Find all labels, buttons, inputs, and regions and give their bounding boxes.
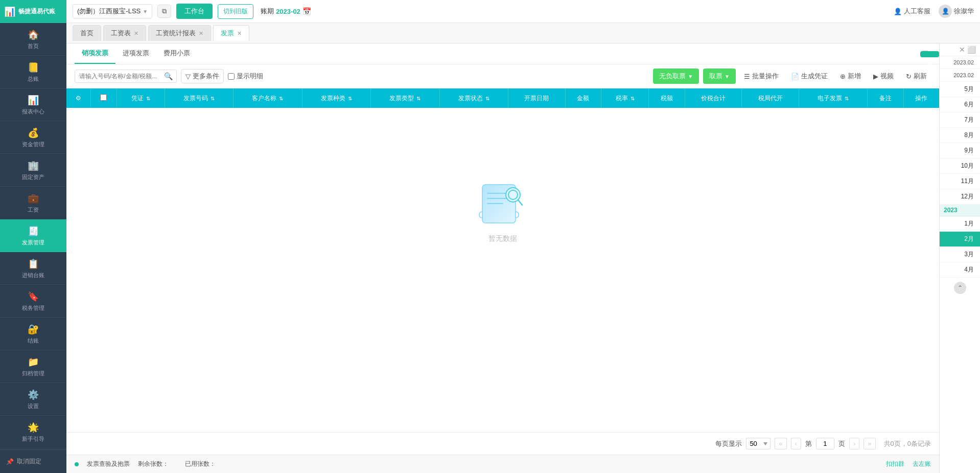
col-tax: 税额 <box>649 88 685 108</box>
select-all-checkbox[interactable] <box>100 94 107 101</box>
sidebar-item-assets[interactable]: 🏢 固定资产 <box>0 154 66 187</box>
prev-page-button[interactable]: ‹ <box>791 438 801 449</box>
sidebar-item-label: 资金管理 <box>22 141 44 148</box>
switch-version-button[interactable]: 切到旧版 <box>218 4 253 19</box>
sidebar-item-closing[interactable]: 🔐 结账 <box>0 318 66 350</box>
sidebar-item-archive[interactable]: 📁 归档管理 <box>0 350 66 383</box>
workbench-button[interactable]: 工作台 <box>176 4 213 19</box>
company-selector[interactable]: (勿删）江西服宝-LSS ▼ <box>73 4 152 18</box>
go-left-link[interactable]: 去左账 <box>913 460 931 468</box>
tab-salary-close[interactable]: ✕ <box>134 30 138 37</box>
tab-salary-stats[interactable]: 工资统计报表 ✕ <box>148 25 211 41</box>
tab-invoice-close[interactable]: ✕ <box>237 30 242 37</box>
date-month-item-8[interactable]: 8月 <box>940 128 980 143</box>
gen-voucher-action[interactable]: 📄 生成凭证 <box>787 70 832 83</box>
sidebar-item-settings[interactable]: ⚙️ 设置 <box>0 383 66 416</box>
date-month-item-6[interactable]: 6月 <box>940 97 980 112</box>
tab-salary[interactable]: 工资表 ✕ <box>103 25 146 41</box>
last-page-button[interactable]: » <box>864 438 875 449</box>
next-page-button[interactable]: › <box>849 438 859 449</box>
sidebar-item-ledger[interactable]: 📒 总账 <box>0 56 66 88</box>
copy-button[interactable]: ⧉ <box>157 5 171 18</box>
date-month-item-2[interactable]: 2月 <box>940 232 980 247</box>
date-panel-header: ✕ ⬜ <box>940 43 980 56</box>
date-section-header-2023: 2023 <box>940 205 980 216</box>
calendar-icon[interactable]: 📅 <box>302 7 311 15</box>
new-action[interactable]: ⊕ 新增 <box>836 70 865 83</box>
sidebar-item-label: 发票管理 <box>22 239 44 246</box>
video-icon: ▶ <box>873 73 878 80</box>
show-detail-input[interactable] <box>228 73 235 80</box>
date-month-item-12[interactable]: 12月 <box>940 189 980 205</box>
tab-salary-stats-close[interactable]: ✕ <box>199 30 203 37</box>
page-input[interactable] <box>816 438 834 449</box>
join-group-link[interactable]: 扣扣群 <box>886 460 904 468</box>
video-action[interactable]: ▶ 视频 <box>869 70 898 83</box>
date-month-item-9[interactable]: 9月 <box>940 143 980 159</box>
sidebar-item-label: 工资 <box>28 206 39 214</box>
sidebar-item-funds[interactable]: 💰 资金管理 <box>0 121 66 154</box>
gen-voucher-label: 生成凭证 <box>801 72 828 81</box>
sidebar-item-guide[interactable]: 🌟 新手引导 <box>0 416 66 448</box>
date-panel-collapse-button[interactable]: ⌃ <box>954 282 966 294</box>
customer-service[interactable]: 👤 人工客服 <box>894 7 930 16</box>
service-label: 人工客服 <box>904 7 930 16</box>
topbar: (勿删）江西服宝-LSS ▼ ⧉ 工作台 切到旧版 账期 2023-02 📅 👤… <box>66 0 980 23</box>
col-invoice-type: 发票种类 ⇅ <box>302 88 371 108</box>
col-settings[interactable]: ⚙ <box>66 88 90 108</box>
no-ticket-button[interactable]: 无负取票 ▼ <box>653 69 699 84</box>
sidebar-item-tax[interactable]: 🔖 税务管理 <box>0 285 66 318</box>
user-menu[interactable]: 👤 徐溆华 <box>939 5 974 18</box>
no-ticket-label: 无负取票 <box>659 72 686 81</box>
pin-toggle[interactable]: 📌 取消固定 <box>4 454 62 469</box>
show-detail-checkbox[interactable]: 显示明细 <box>228 72 263 81</box>
subtab-purchase[interactable]: 进项发票 <box>115 43 156 64</box>
date-month-item-7[interactable]: 7月 <box>940 112 980 128</box>
refresh-action[interactable]: ↻ 刷新 <box>902 70 931 83</box>
per-page-select[interactable]: 20 50 100 <box>746 438 771 449</box>
col-open-date: 开票日期 <box>508 88 566 108</box>
get-ticket-dropdown-icon: ▼ <box>725 74 730 79</box>
filter-button[interactable]: ▽ 更多条件 <box>181 69 224 83</box>
archive-icon: 📁 <box>28 356 39 368</box>
first-page-button[interactable]: « <box>775 438 786 449</box>
subtab-sales[interactable]: 销项发票 <box>75 43 115 64</box>
date-month-item-11[interactable]: 11月 <box>940 174 980 189</box>
subtab-sales-label: 销项发票 <box>82 49 108 57</box>
sidebar-item-label: 首页 <box>28 42 39 50</box>
date-month-item-1[interactable]: 1月 <box>940 216 980 232</box>
sidebar-item-sales-ledger[interactable]: 📋 进销台账 <box>0 252 66 285</box>
tab-invoice[interactable]: 发票 ✕ <box>213 25 249 41</box>
sidebar-footer: 📌 取消固定 <box>0 449 66 473</box>
col-checkbox[interactable] <box>90 88 117 108</box>
date-month-item-3[interactable]: 3月 <box>940 247 980 262</box>
sidebar-item-reports[interactable]: 📊 报表中心 <box>0 88 66 121</box>
page-label: 第 <box>805 439 812 448</box>
sidebar-item-label: 总账 <box>28 75 39 83</box>
sidebar-item-label: 进销台账 <box>22 272 44 279</box>
status-dot <box>75 462 79 466</box>
date-month-item-10[interactable]: 10月 <box>940 159 980 174</box>
sidebar-item-home[interactable]: 🏠 首页 <box>0 23 66 56</box>
sidebar-item-label: 设置 <box>28 402 39 410</box>
settings-icon: ⚙️ <box>28 389 39 400</box>
subtab-bar: 销项发票 进项发票 费用小票 ⊞ <box>66 43 939 64</box>
get-ticket-button[interactable]: 取票 ▼ <box>703 69 736 84</box>
search-input[interactable] <box>75 70 177 83</box>
sidebar-item-label: 新手引导 <box>22 435 44 443</box>
toolbar: 🔍 ▽ 更多条件 显示明细 无负取票 <box>66 64 939 88</box>
date-month-item-4[interactable]: 4月 <box>940 262 980 278</box>
date-month-item-2023-02-dup[interactable]: 2023.02 <box>940 69 980 82</box>
sidebar-item-invoice-mgmt[interactable]: 🧾 发票管理 <box>0 219 66 252</box>
date-month-item-5[interactable]: 5月 <box>940 82 980 97</box>
date-month-item-2023-02-top[interactable]: 2023.02 <box>940 56 980 69</box>
subtab-expense[interactable]: 费用小票 <box>156 43 197 64</box>
sales-ledger-icon: 📋 <box>28 258 39 269</box>
per-page-label: 每页显示 <box>715 439 742 448</box>
tab-home[interactable]: 首页 <box>73 25 101 41</box>
batch-ops-action[interactable]: ☰ 批量操作 <box>740 70 783 83</box>
empty-state: 暂无数据 <box>66 108 939 312</box>
date-panel-maximize-icon[interactable]: ⬜ <box>967 46 976 54</box>
sidebar-item-salary[interactable]: 💼 工资 <box>0 187 66 219</box>
date-panel-close-icon[interactable]: ✕ <box>959 46 965 54</box>
